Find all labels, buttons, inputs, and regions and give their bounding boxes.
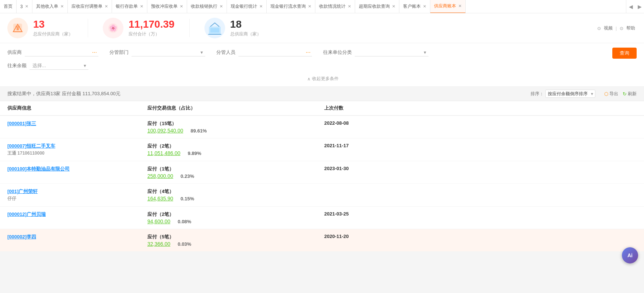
dept-select[interactable] [132,48,205,56]
supplier-link-2[interactable]: [000007]恒旺二手叉车 [7,143,147,149]
person-input[interactable] [238,48,312,56]
tab-overdue-ar[interactable]: 超期应收款查询 ✕ [355,0,399,13]
video-link[interactable]: 视频 [604,25,613,31]
sort-select[interactable]: 按应付余额倒序排序 [545,90,595,98]
trans-percent-5: 0.08% [178,219,191,224]
svg-rect-2 [17,27,19,30]
stat-block-1: 13 总应付供应商（家） [7,18,73,38]
close-tab-other-income[interactable]: ✕ [60,4,64,9]
lastpay-col-5: 2021-03-25 [324,211,637,217]
transaction-col-5: 应付（2笔） 94,600.00 0.08% [147,211,324,224]
nav-prev-arrow[interactable]: ◀ [626,0,635,13]
export-icon: ⬡ [604,91,608,97]
supplier-sub-4: 仔仔 [7,196,147,202]
tab-receipt-stat[interactable]: 收款情况统计 ✕ [315,0,355,13]
stat-block-2: 🌸 11,170.39 应付合计（万） [103,18,175,38]
supplier-input-wrap: ··· [25,48,98,56]
stat-icon-1 [7,18,28,38]
collapse-up-icon: ∧ [307,76,311,82]
tab-other-income[interactable]: 其他收入单 ✕ [32,0,68,13]
refresh-link[interactable]: ↻ 刷新 [623,91,637,97]
trans-row-1: 100,092,540.00 89.61% [147,128,324,134]
tab-prepay-offset[interactable]: 预收冲应收单 ✕ [147,0,187,13]
close-tab-customer-book[interactable]: ✕ [423,4,426,9]
table-container: 供应商信息 应付交易信息（占比） 上次付数 [000001]张三 应付（15笔）… [0,101,644,252]
trans-amount-1[interactable]: 100,092,540.00 [147,128,183,134]
close-tab-prepay-offset[interactable]: ✕ [180,4,183,9]
supplier-link-6[interactable]: [000002]李四 [7,234,147,240]
table-row[interactable]: [000002]李四 应付（5笔） 32,366.00 0.03% 2020-1… [0,229,644,252]
trans-amount-5[interactable]: 94,600.00 [147,218,170,224]
filter-category: 往来单位分类 ▼ [323,48,428,56]
tab-customer-book[interactable]: 客户账本 ✕ [399,0,430,13]
close-tab-receipt-stat[interactable]: ✕ [348,4,351,9]
transaction-col-3: 应付（1笔） 258,000.00 0.23% [147,166,324,179]
tab-cash-bank-stat[interactable]: 现金银行统计 ✕ [227,0,267,13]
close-tab-supplier-book[interactable]: ✕ [458,4,462,8]
tab-ar-ap-adjust[interactable]: 应收应付调整单 ✕ [68,0,112,13]
table-row[interactable]: [001]广州荣轩 仔仔 应付（4笔） 164,635.90 0.15% [0,184,644,207]
close-tab-3[interactable]: ✕ [25,4,28,9]
close-tab-cash-bank-stat[interactable]: ✕ [259,4,263,9]
query-button[interactable]: 查询 [612,48,637,59]
trans-amount-3[interactable]: 258,000.00 [147,173,173,179]
svg-rect-10 [208,34,221,35]
person-input-wrap: ··· [238,48,312,56]
lastpay-col-2: 2021-11-17 [324,143,637,148]
category-label: 往来单位分类 [323,49,352,56]
trans-percent-1: 89.61% [190,128,207,134]
tab-receipt-verify[interactable]: 收款核销执行 ✕ [187,0,227,13]
nav-next-arrow[interactable]: ▶ [635,0,644,13]
result-bar: 搜索结果中，供应商13家 应付金额 111,703,854.00元 排序： 按应… [0,87,644,101]
trans-label-3: 应付（1笔） [147,166,324,172]
trans-amount-6[interactable]: 32,366.00 [147,241,170,247]
stat-number-1: 13 [33,19,73,30]
sort-select-wrap: 按应付余额倒序排序 ▼ [545,90,595,98]
stat-block-3: 18 总供应商（家） [204,18,261,38]
filter-row-2: 往来余额 选择... ▼ [7,62,637,71]
tab-home[interactable]: 首页 [0,0,17,13]
lastpay-date-3: 2023-01-30 [324,166,349,171]
close-tab-ar-ap-adjust[interactable]: ✕ [105,4,108,9]
trans-amount-2[interactable]: 11,051,486.00 [147,150,181,156]
tab-supplier-book[interactable]: 供应商账本 ✕ [430,0,466,13]
stats-bar: 13 总应付供应商（家） 🌸 11,170.39 应付合计（万） [0,13,644,43]
table-row[interactable]: [000007]恒旺二手叉车 王通 17106110000 应付（2笔） 11,… [0,138,644,161]
close-tab-receipt-verify[interactable]: ✕ [220,4,223,9]
category-select[interactable] [355,48,428,56]
trans-percent-4: 0.15% [181,196,194,201]
supplier-sub-2: 王通 17106110000 [7,150,147,156]
supplier-link-3[interactable]: [000100]本特勤油品有限公司 [7,166,147,172]
table-row[interactable]: [000001]张三 应付（15笔） 100,092,540.00 89.61%… [0,116,644,138]
balance-select[interactable]: 选择... [29,62,88,70]
tab-bank-deposit[interactable]: 银行存款单 ✕ [112,0,147,13]
table-row[interactable]: [000100]本特勤油品有限公司 应付（1笔） 258,000.00 0.23… [0,161,644,184]
trans-row-4: 164,635.90 0.15% [147,196,324,201]
transaction-col-2: 应付（2笔） 11,051,486.00 9.89% [147,143,324,156]
lastpay-col-3: 2023-01-30 [324,166,637,171]
supplier-link-1[interactable]: [000001]张三 [7,120,147,127]
close-tab-overdue-ar[interactable]: ✕ [392,4,395,9]
supplier-link-5[interactable]: [000012]广州贝瑞 [7,211,147,218]
close-tab-bank-deposit[interactable]: ✕ [140,4,143,9]
supplier-input[interactable] [25,48,98,56]
supplier-link-4[interactable]: [001]广州荣轩 [7,188,147,195]
filter-supplier: 供应商 ··· [7,48,98,56]
help-link[interactable]: 帮助 [626,25,635,31]
dept-label: 分管部门 [109,49,129,56]
supplier-col-3: [000100]本特勤油品有限公司 [7,166,147,172]
table-header: 供应商信息 应付交易信息（占比） 上次付数 [0,101,644,116]
tab-cash-bank-flow[interactable]: 现金银行流水查询 ✕ [267,0,315,13]
supplier-col-5: [000012]广州贝瑞 [7,211,147,218]
trans-row-5: 94,600.00 0.08% [147,218,324,224]
sort-label: 排序： [531,91,544,97]
top-nav: 首页 3 ✕ 其他收入单 ✕ 应收应付调整单 ✕ 银行存款单 ✕ 预收冲应收单 … [0,0,644,13]
export-link[interactable]: ⬡ 导出 [604,91,618,97]
table-row[interactable]: [000012]广州贝瑞 应付（2笔） 94,600.00 0.08% 2021… [0,207,644,229]
collapse-button[interactable]: ∧ 收起更多条件 [7,74,637,83]
close-tab-cash-bank-flow[interactable]: ✕ [308,4,311,9]
tab-3[interactable]: 3 ✕ [17,0,32,13]
refresh-icon: ↻ [623,91,627,97]
filter-row-1: 供应商 ··· 分管部门 ▼ 分管人员 ··· 往来单位分类 [7,48,637,59]
trans-amount-4[interactable]: 164,635.90 [147,196,173,201]
